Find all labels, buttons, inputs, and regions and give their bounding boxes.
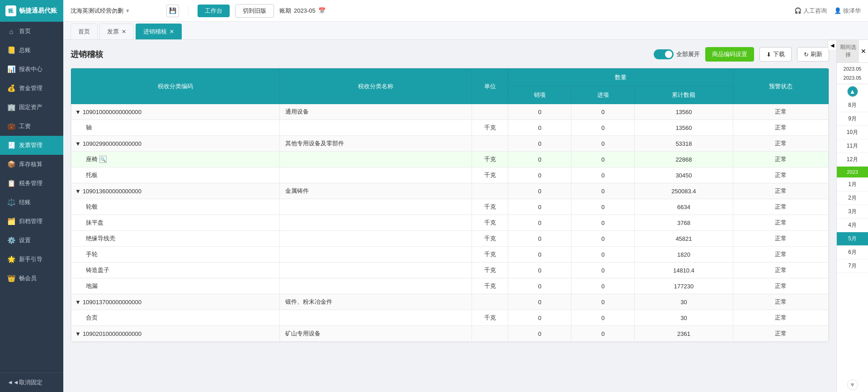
expand-toggle[interactable]: [654, 49, 674, 59]
period-item[interactable]: 3月: [837, 205, 868, 219]
period-item[interactable]: 4月: [837, 219, 868, 232]
period-selector-header[interactable]: 期间选择: [837, 40, 859, 62]
period-up-btn-wrap: ▲: [837, 84, 868, 99]
period-item[interactable]: 2月: [837, 191, 868, 205]
expand-arrow[interactable]: ▼: [75, 109, 81, 115]
sidebar-item-label: 新手引导: [19, 255, 42, 263]
period-item[interactable]: 1月: [837, 178, 868, 191]
row-unit: 千克: [472, 199, 508, 215]
row-unit: 千克: [472, 247, 508, 263]
sidebar-item-assets[interactable]: 🏢 固定资产: [0, 98, 63, 117]
sidebar-item-settle[interactable]: ⚖️ 结账: [0, 193, 63, 212]
period-item[interactable]: 8月: [837, 99, 868, 112]
sidebar-item-invoice[interactable]: 🧾 发票管理: [0, 136, 63, 155]
sidebar-item-label: 资金管理: [19, 84, 42, 92]
sidebar-item-funds[interactable]: 💰 资金管理: [0, 79, 63, 98]
main-area: 沈海英测试经营勿删 ▾ 💾 工作台 切到旧版 账期 2023-05 📅 🎧 人工…: [63, 0, 868, 392]
guide-icon: 🌟: [7, 255, 15, 263]
period-item[interactable]: 9月: [837, 112, 868, 126]
period-selector-label: 期间选择: [839, 43, 857, 59]
tabbar: 首页 发票 ✕ 进销稽核 ✕: [63, 22, 868, 40]
table-row: ▼109013600000000000 金属铸件 0 0 250083.4 正常: [71, 183, 829, 199]
period-item[interactable]: 5月: [837, 232, 868, 246]
sidebar-item-ledger[interactable]: 📒 总账: [0, 41, 63, 60]
refresh-button[interactable]: ↻ 刷新: [797, 47, 829, 62]
row-unit: 千克: [472, 278, 508, 294]
ledger-icon: 📒: [7, 46, 15, 54]
expand-arrow[interactable]: ▼: [75, 188, 81, 195]
row-code: ▼109020100000000000: [71, 326, 280, 342]
calendar-icon[interactable]: 📅: [318, 7, 326, 14]
row-unit: [472, 183, 508, 199]
period-item[interactable]: 7月: [837, 259, 868, 273]
panel-close-btn[interactable]: ✕: [859, 46, 868, 57]
sidebar-item-member[interactable]: 👑 畅会员: [0, 269, 63, 288]
row-total: 22868: [635, 152, 733, 167]
tab-reconcile-close[interactable]: ✕: [170, 29, 174, 35]
company-selector[interactable]: 沈海英测试经营勿删 ▾: [71, 7, 161, 15]
row-warning: 正常: [733, 231, 828, 247]
row-unit: 千克: [472, 120, 508, 136]
workbench-button[interactable]: 工作台: [198, 5, 230, 17]
panel-collapse-btn[interactable]: ◀: [828, 40, 837, 51]
period-item[interactable]: 12月: [837, 153, 868, 167]
period-item[interactable]: 11月: [837, 139, 868, 153]
period-next-btn[interactable]: ▼: [847, 379, 858, 390]
search-icon[interactable]: 🔍: [99, 156, 107, 163]
row-purchase: 0: [571, 167, 635, 183]
table-row: 地漏 千克 0 0 177230 正常: [71, 278, 829, 294]
row-code: 轮毂: [71, 199, 280, 215]
tab-invoice-label: 发票: [107, 28, 119, 36]
row-warning: 正常: [733, 120, 828, 136]
row-code: 铸造盖子: [71, 263, 280, 278]
avatar-icon: 👤: [834, 7, 841, 14]
col-tax-name: 税收分类名称: [280, 69, 472, 104]
col-purchase: 进项: [571, 86, 635, 104]
period-item[interactable]: 6月: [837, 246, 868, 259]
download-button[interactable]: ⬇ 下载: [760, 47, 792, 62]
row-code: 抹平盘: [71, 215, 280, 231]
support-link[interactable]: 🎧 人工咨询: [794, 7, 827, 15]
sidebar-item-archive[interactable]: 🗂️ 归档管理: [0, 212, 63, 231]
sidebar-item-tax[interactable]: 📋 税务管理: [0, 174, 63, 193]
company-dropdown-icon[interactable]: ▾: [126, 7, 129, 14]
sidebar-item-home[interactable]: ⌂ 首页: [0, 22, 63, 41]
period-item[interactable]: 2023: [837, 167, 868, 178]
right-panel: ◀ 期间选择 ✕ 2023.05 2023.05 ▲ 8月9月10月11月12月…: [836, 40, 868, 392]
sidebar-item-guide[interactable]: 🌟 新手引导: [0, 250, 63, 269]
product-code-button[interactable]: 商品编码设置: [705, 47, 754, 62]
row-purchase: 0: [571, 183, 635, 199]
tab-invoice-close[interactable]: ✕: [122, 29, 126, 35]
row-unit: 千克: [472, 215, 508, 231]
tab-home[interactable]: 首页: [71, 24, 98, 39]
row-name: [280, 199, 472, 215]
row-purchase: 0: [571, 247, 635, 263]
period-item[interactable]: 10月: [837, 126, 868, 139]
period-prev-btn[interactable]: ▲: [847, 86, 858, 97]
table-row: 托板 千克 0 0 30450 正常: [71, 167, 829, 183]
tab-reconcile[interactable]: 进销稽核 ✕: [136, 24, 182, 39]
row-purchase: 0: [571, 215, 635, 231]
expand-arrow[interactable]: ▼: [75, 140, 81, 147]
sidebar-item-settings[interactable]: ⚙️ 设置: [0, 231, 63, 250]
table-row: 轴 千克 0 0 13560 正常: [71, 120, 829, 136]
sidebar-item-reports[interactable]: 📊 报表中心: [0, 60, 63, 79]
sidebar-unpin[interactable]: ◄◄取消固定: [0, 373, 63, 392]
row-code: ▼109029900000000000: [71, 136, 280, 152]
expand-arrow[interactable]: ▼: [75, 330, 81, 337]
expand-arrow[interactable]: ▼: [75, 299, 81, 306]
row-sales: 0: [508, 136, 571, 152]
col-warning: 预警状态: [733, 69, 828, 104]
sidebar-item-inventory[interactable]: 📦 库存核算: [0, 155, 63, 174]
download-label: 下载: [773, 50, 785, 58]
save-button[interactable]: 💾: [166, 5, 179, 17]
row-total: 250083.4: [635, 183, 733, 199]
row-sales: 0: [508, 278, 571, 294]
row-code: 合页: [71, 310, 280, 326]
row-total: 13560: [635, 104, 733, 120]
switch-version-button[interactable]: 切到旧版: [235, 4, 274, 18]
row-purchase: 0: [571, 199, 635, 215]
sidebar-item-payroll[interactable]: 💼 工资: [0, 117, 63, 136]
tab-invoice[interactable]: 发票 ✕: [99, 24, 134, 39]
row-warning: 正常: [733, 152, 828, 167]
